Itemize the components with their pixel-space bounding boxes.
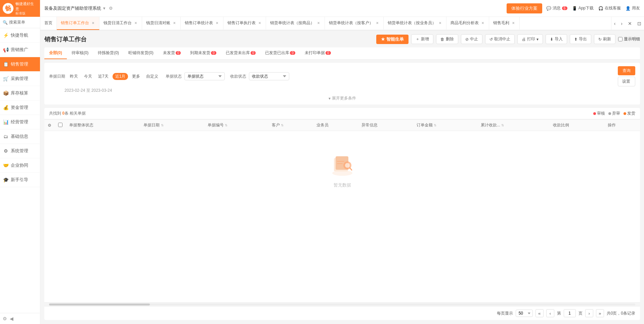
sidebar-item-finance[interactable]: 💰 资金管理 [0, 100, 40, 115]
import-btn[interactable]: ⬇ 导入 [546, 34, 567, 44]
sort-date-icon[interactable]: ⇅ [161, 123, 164, 127]
sidebar-item-inventory[interactable]: 📦 库存核算 [0, 86, 40, 100]
collapse-icon[interactable]: ◀ [10, 316, 13, 321]
sidebar-item-marketing[interactable]: 📢 营销推广 [0, 43, 40, 57]
page-first-btn[interactable]: « [535, 309, 544, 317]
payment-select[interactable]: 收款状态 [249, 72, 289, 80]
filter-tab-all[interactable]: 全部(0) [44, 47, 67, 59]
tab-sales-stats[interactable]: 销售订单统计表 ✕ [181, 17, 223, 30]
date-link-7days[interactable]: 近7天 [96, 73, 111, 80]
show-detail-checkbox[interactable]: 显示明细 [618, 36, 640, 42]
query-btn[interactable]: 查询 [618, 66, 635, 75]
tab-close-gross-profit[interactable]: ✕ [481, 21, 485, 25]
download-action[interactable]: 📱 App下载 [572, 5, 594, 11]
cancel-review-action[interactable]: 弃审 [608, 111, 620, 116]
per-page-select[interactable]: 50 10 20 30 100 [516, 310, 533, 317]
print-btn[interactable]: 🖨 打印 ▾ [517, 34, 543, 44]
sidebar-item-operations[interactable]: 📊 经营管理 [0, 115, 40, 129]
sidebar-item-sales[interactable]: 📋 销售管理 [0, 57, 40, 72]
filter-tab-pending-inspect[interactable]: 待拣验货(0) [93, 47, 124, 59]
column-settings-icon[interactable]: ⚙ [48, 123, 51, 128]
tab-sales-summary-staff[interactable]: 销货单统计表（按业务员） ✕ [384, 17, 446, 30]
tab-close-cash-daily[interactable]: ✕ [134, 21, 138, 25]
sidebar-item-newbie[interactable]: 🎓 新手引导 [0, 173, 40, 187]
sort-collected-icon[interactable]: ⇅ [501, 123, 504, 127]
col-check [55, 120, 66, 131]
tab-close-cash-reconcile[interactable]: ✕ [172, 21, 176, 25]
scrollbar-thumb[interactable] [49, 303, 150, 306]
sidebar-item-base-info[interactable]: 🗂 基础信息 [0, 129, 40, 144]
filter-tab-wangpu-pending[interactable]: 旺铺待发货(0) [124, 47, 158, 59]
filter-tab-shipped-out[interactable]: 已发货已出库0 [260, 47, 300, 59]
tab-scroll-right-btn[interactable]: › [618, 17, 625, 30]
tab-gross-profit[interactable]: 商品毛利分析表 ✕ [446, 17, 489, 30]
tab-close-sales-summary-customer[interactable]: ✕ [375, 21, 379, 25]
sidebar-item-purchase[interactable]: 🛒 采购管理 [0, 72, 40, 86]
sidebar-item-quick-nav[interactable]: ⚡ 快捷导航 [0, 28, 40, 43]
filter-tab-overdue-ship[interactable]: 到期未发货0 [185, 47, 221, 59]
tab-close-sales-stats[interactable]: ✕ [215, 21, 219, 25]
filter-settings-btn[interactable]: 设置 [618, 77, 635, 86]
tab-sales-summary-customer[interactable]: 销货单统计表（按客户） ✕ [325, 17, 384, 30]
page-suffix: 页 [578, 311, 583, 316]
sidebar-item-enterprise[interactable]: 🤝 企业协同 [0, 158, 40, 173]
tab-close-sales-summary-product[interactable]: ✕ [316, 21, 320, 25]
tab-close-sales-profit[interactable]: ✕ [511, 21, 515, 25]
page-input[interactable] [564, 309, 576, 317]
user-action[interactable]: 👤 用友 [626, 5, 640, 11]
tab-expand-btn[interactable]: ⊡ [635, 17, 644, 30]
ship-action[interactable]: 发货 [624, 111, 635, 116]
sort-number-icon[interactable]: ⇅ [225, 123, 227, 127]
delete-btn[interactable]: 🗑 删除 [436, 34, 458, 44]
review-action[interactable]: 审核 [593, 111, 605, 116]
tab-close-sales-exec[interactable]: ✕ [258, 21, 262, 25]
date-link-yesterday[interactable]: 昨天 [68, 73, 80, 80]
message-action[interactable]: 💬 消息 6 [546, 5, 567, 11]
sort-customer-icon[interactable]: ⇅ [281, 123, 284, 127]
page-prev-btn[interactable]: ‹ [546, 309, 554, 317]
svg-point-4 [345, 163, 350, 168]
tab-sales-summary-product[interactable]: 销货单统计表（按商品） ✕ [266, 17, 325, 30]
filter-tab-not-shipped[interactable]: 未发货0 [158, 47, 186, 59]
status-select[interactable]: 单据状态 [184, 72, 225, 80]
cancel-stop-btn[interactable]: ↺ 取消中止 [485, 34, 515, 44]
sidebar-item-system[interactable]: ⚙ 系统管理 [0, 144, 40, 158]
date-link-month[interactable]: 近1月 [113, 73, 128, 80]
filter-tab-not-printed[interactable]: 未打印单据0 [300, 47, 336, 59]
search-icon: 🔍 [3, 20, 8, 25]
tab-sales-exec[interactable]: 销售订单执行表 ✕ [223, 17, 266, 30]
add-btn[interactable]: ＋ 新增 [411, 34, 433, 44]
expand-more-btn[interactable]: ▾ 展开更多条件 [49, 95, 635, 101]
settings-gear-icon[interactable]: ⚙ [109, 6, 113, 11]
page-last-btn[interactable]: » [596, 309, 604, 317]
tab-cash-daily[interactable]: 钱货日清工作台 ✕ [99, 17, 142, 30]
settings-icon[interactable]: ⚙ [3, 316, 7, 321]
stop-btn[interactable]: ⊘ 中止 [461, 34, 482, 44]
refresh-btn[interactable]: ↻ 刷新 [594, 34, 615, 44]
tab-scroll-left-btn[interactable]: ‹ [611, 17, 618, 30]
tab-sales-workbench[interactable]: 销售订单工作台 ✕ [57, 17, 99, 30]
date-link-custom[interactable]: 自定义 [144, 73, 160, 80]
message-icon: 💬 [546, 6, 551, 11]
smart-btn[interactable]: ★ 智能生单 [376, 35, 409, 44]
tab-close-all-btn[interactable]: ✕ [625, 17, 635, 30]
horizontal-scrollbar[interactable] [44, 302, 640, 306]
select-all-checkbox[interactable] [58, 123, 62, 127]
service-action[interactable]: 🎧 在线客服 [598, 5, 621, 11]
filter-tab-pending-review[interactable]: 待审核(0) [67, 47, 93, 59]
export-btn[interactable]: ⬆ 导出 [570, 34, 591, 44]
tab-home[interactable]: 首页 [40, 17, 57, 30]
sort-amount-icon[interactable]: ⇅ [434, 123, 436, 127]
tab-sales-profit[interactable]: 销售毛利 ✕ [489, 17, 520, 30]
filter-tab-shipped-not-out[interactable]: 已发货未出库0 [221, 47, 261, 59]
date-link-more[interactable]: 更多 [130, 73, 142, 80]
date-link-today[interactable]: 今天 [82, 73, 94, 80]
tab-close-sales-workbench[interactable]: ✕ [91, 21, 95, 25]
page-next-btn[interactable]: › [585, 309, 593, 317]
solution-btn[interactable]: 体验行业方案 [507, 3, 542, 13]
tab-cash-reconcile[interactable]: 钱货日清对账 ✕ [142, 17, 181, 30]
show-detail-input[interactable] [618, 37, 622, 41]
table-scroll-area[interactable]: ⚙ 单据整体状态 单据日期 ⇅ [44, 119, 640, 302]
search-menu[interactable]: 🔍 搜索菜单 [0, 17, 40, 28]
tab-close-sales-summary-staff[interactable]: ✕ [438, 21, 442, 25]
